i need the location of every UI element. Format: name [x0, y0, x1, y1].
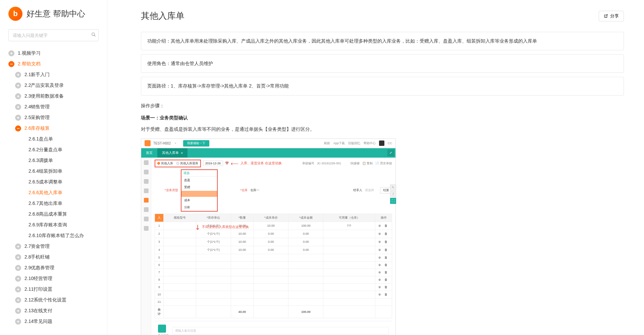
chevron-down-icon: ▾: [175, 142, 176, 145]
ss-expand-icon: ⤢: [387, 150, 394, 156]
path-text: 1、库存核算->库存管理->其他入库单 2、首页->常用功能: [171, 83, 289, 89]
scene1-text: 对于受赠、盘盈或是拆装入库等不同的业务，是通过单据头【业务类型】进行区分。: [141, 124, 624, 134]
ss-wh-val: 仓库一: [250, 188, 259, 192]
th-unit: *库存单位: [196, 214, 231, 222]
nav-2-6-2[interactable]: 2.6.2分量盘点单: [8, 145, 99, 155]
ss-sup-label: 经手人: [353, 188, 362, 192]
plus-icon: [15, 104, 21, 110]
ss-anno2-wrap: ↘ 不同业务的入库类型在这里切换: [195, 223, 249, 231]
ss-content: 其他入库 其他入库退库 2019-12-26 📅 ⟵ 入库、退货业务 在这里切换…: [151, 158, 395, 335]
nav-2-6-3[interactable]: 2.6.3调拨单: [8, 155, 99, 166]
nav-2-6-9[interactable]: 2.6.9库存账本查询: [8, 220, 99, 230]
nav-2-12[interactable]: 2.12系统个性化设置: [8, 295, 99, 305]
ss-tab-home: 首页: [141, 148, 157, 158]
nav-2-3[interactable]: 2.3使用前数据准备: [8, 91, 99, 102]
nav-2-13[interactable]: 2.13在线支付: [8, 305, 99, 316]
ss-radio-group: 其他入库 其他入库退库: [155, 160, 201, 167]
ss-toolbar: 其他入库 其他入库退库 2019-12-26 📅 ⟵ 入库、退货业务 在这里切换…: [155, 160, 392, 167]
ss-side-icons: ✎ ⤴ ⛶: [390, 184, 396, 204]
steps-label: 操作步骤：: [141, 103, 624, 109]
nav-2-4[interactable]: 2.4销售管理: [8, 102, 99, 112]
row-ops: ⊕ 🗑: [375, 291, 392, 298]
radio-label: 其他入库: [161, 161, 173, 166]
nav-2-6-8[interactable]: 2.6.8商品成本重算: [8, 209, 99, 220]
search-input[interactable]: [8, 29, 99, 41]
side-icon: ✎: [390, 184, 396, 190]
svg-point-0: [92, 33, 95, 36]
nav-label: 2.6.6其他入库单: [29, 190, 62, 196]
nav-label: 1.视频学习: [18, 50, 41, 56]
table-row: 9⊕ 🗑: [155, 283, 392, 291]
nav-label: 2.3使用前数据准备: [24, 93, 64, 99]
th-amt: *成本金额: [288, 214, 323, 222]
ss-nav-icon: [144, 179, 149, 184]
nav-2-6-1[interactable]: 2.6.1盘点单: [8, 134, 99, 145]
table-row: 10⊕ 🗑: [155, 291, 392, 298]
ss-logo-icon: [145, 140, 151, 146]
nav-2-7[interactable]: 2.7资金管理: [8, 241, 99, 252]
page-header: 其他入库单 分享: [141, 10, 624, 22]
row-ops: ⊕ 🗑: [375, 238, 392, 246]
nav-2-1[interactable]: 2.1新手入门: [8, 69, 99, 80]
arrow-left-icon: ⟵: [231, 160, 238, 167]
ss-tab-active: 其他入库单×: [157, 148, 187, 158]
nav-2-5[interactable]: 2.5采购管理: [8, 112, 99, 123]
nav-2-2[interactable]: 2.2产品安装及登录: [8, 80, 99, 91]
nav-2-6-5[interactable]: 2.6.5成本调整单: [8, 177, 99, 187]
nav-video[interactable]: 1.视频学习: [8, 48, 99, 59]
role-box: 使用角色：通常由仓管人员维护: [141, 54, 624, 73]
nav-label: 2.4销售管理: [24, 104, 50, 110]
dd-item-highlight: [181, 191, 217, 197]
plus-icon: [15, 82, 21, 89]
nav-label: 2.6.3调拨单: [29, 158, 53, 164]
nav-2-14[interactable]: 2.14常见问题: [8, 316, 99, 327]
nav-2-10[interactable]: 2.10经营管理: [8, 273, 99, 284]
search-button[interactable]: [91, 32, 96, 38]
nav-label: 2.11打印设置: [24, 286, 52, 292]
ss-nav-icon: [144, 226, 149, 231]
ss-history: 📄 历史单据: [375, 161, 392, 166]
nav-2-6-10[interactable]: 2.6.10库存账本错了怎么办: [8, 230, 99, 241]
table-row: 7⊕ 🗑: [155, 269, 392, 276]
role-label: 使用角色：: [147, 61, 171, 66]
nav-label: 2.9优惠券管理: [24, 265, 54, 271]
ss-download: App下载: [333, 141, 345, 146]
nav-2-6-6[interactable]: 2.6.6其他入库单: [8, 187, 99, 198]
nav-2-6[interactable]: 2.6库存核算: [8, 123, 99, 134]
table-row: 6⊕ 🗑: [155, 261, 392, 269]
search-wrap: [8, 29, 99, 41]
nav-docs[interactable]: 2.帮助文档: [8, 59, 99, 69]
intro-label: 功能介绍：: [147, 38, 171, 44]
row-ops: ⊕ 🗑: [375, 269, 392, 276]
side-icon: ⤴: [390, 191, 396, 197]
plus-icon: [15, 297, 21, 303]
nav-label: 2.6.7其他出库单: [29, 201, 62, 207]
ss-user: CC: [388, 142, 392, 145]
table-row: 8⊕ 🗑: [155, 276, 392, 283]
ss-table: 入 规格型号 *库存单位 *数量 *成本单价 *成本金额 可用量（仓库） 操作 …: [155, 214, 392, 318]
share-button[interactable]: 分享: [599, 11, 624, 21]
radio-on-icon: [157, 162, 160, 165]
ss-refresh: 刷新: [324, 141, 330, 146]
row-ops: ⊕ 🗑: [375, 261, 392, 269]
sidebar: b 好生意 帮助中心 1.视频学习 2.帮助文档 2.1新手入门 2.2产品安装…: [0, 0, 107, 335]
plus-icon: [15, 276, 21, 282]
plus-icon: [15, 254, 21, 260]
th-price: *成本单价: [254, 214, 288, 222]
nav-tree: 1.视频学习 2.帮助文档 2.1新手入门 2.2产品安装及登录 2.3使用前数…: [8, 48, 99, 327]
nav-label: 2.6.8商品成本重算: [29, 211, 67, 217]
nav-label: 2.1新手入门: [24, 72, 50, 78]
nav-2-8[interactable]: 2.8手机旺铺: [8, 252, 99, 263]
nav-2-6-7[interactable]: 2.6.7其他出库单: [8, 198, 99, 209]
table-row: 4个(1*1个)10.000.000.00⊕ 🗑: [155, 246, 392, 254]
nav-label: 2.13在线支付: [24, 308, 52, 314]
ss-nav-icon-active: [144, 198, 149, 203]
ss-toolbar-right: 单据编号 JC-20191226-001 快捷键 📋 复制 📄 历史单据: [302, 161, 392, 166]
avatar-icon: [379, 141, 384, 146]
path-box: 页面路径：1、库存核算->库存管理->其他入库单 2、首页->常用功能: [141, 77, 624, 95]
nav-2-9[interactable]: 2.9优惠券管理: [8, 263, 99, 273]
ss-biz-dropdown: 请选 盘盈 受赠 成本 分析: [181, 169, 218, 212]
nav-2-11[interactable]: 2.11打印设置: [8, 284, 99, 295]
ss-top-right: 刷新 App下载 旧版回忆 帮助中心 CC: [324, 141, 392, 146]
nav-2-6-4[interactable]: 2.6.4组装拆卸单: [8, 166, 99, 177]
